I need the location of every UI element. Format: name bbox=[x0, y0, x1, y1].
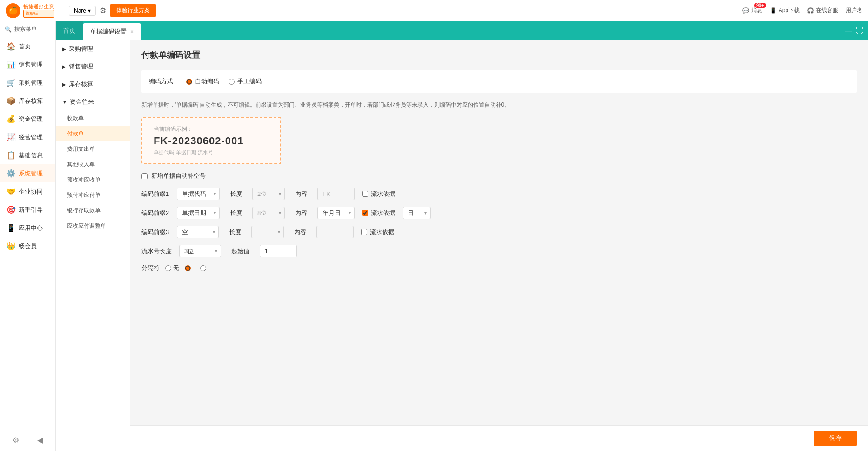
encoding-method-radio-group: 编码方式 自动编码 手工编码 bbox=[149, 77, 849, 86]
separator-dash-option[interactable]: - bbox=[185, 265, 195, 272]
online-service-button[interactable]: 🎧 在线客服 bbox=[807, 7, 838, 14]
sub-group-purchase-label: 采购管理 bbox=[69, 45, 93, 53]
separator-dash-radio[interactable] bbox=[185, 265, 191, 271]
auto-encode-option[interactable]: 自动编码 bbox=[186, 77, 219, 86]
prefix2-stream-label: 流水依据 bbox=[371, 209, 395, 217]
app-download-button[interactable]: 📱 App下载 bbox=[770, 7, 800, 14]
separator-dot-label: . bbox=[208, 265, 210, 272]
sidebar-item-member[interactable]: 👑 畅会员 bbox=[0, 237, 55, 255]
gear-button[interactable]: ⚙ bbox=[100, 6, 106, 15]
sidebar-item-enterprise[interactable]: 🤝 企业协同 bbox=[0, 182, 55, 201]
separator-dot-option[interactable]: . bbox=[200, 265, 210, 272]
purchase-icon: 🛒 bbox=[7, 78, 15, 87]
message-button[interactable]: 💬 消息 99+ bbox=[742, 7, 762, 14]
prefix3-length-label: 长度 bbox=[229, 228, 241, 236]
sidebar-item-operations[interactable]: 📈 经营管理 bbox=[0, 128, 55, 146]
prefix1-select[interactable]: 单据代码 bbox=[177, 188, 220, 200]
tab-home[interactable]: 首页 bbox=[56, 21, 83, 40]
auto-fill-checkbox[interactable] bbox=[141, 173, 148, 179]
sub-group-purchase-title[interactable]: ▶ 采购管理 bbox=[56, 40, 130, 58]
prefix3-stream-checkbox[interactable] bbox=[361, 229, 367, 235]
sub-sidebar: ▶ 采购管理 ▶ 销售管理 ▶ 库存核算 bbox=[56, 40, 130, 451]
collapse-icon[interactable]: ◀ bbox=[34, 433, 46, 447]
manual-encode-option[interactable]: 手工编码 bbox=[229, 77, 262, 86]
sub-sidebar-item-receipt[interactable]: 收款单 bbox=[56, 111, 130, 126]
operations-icon: 📈 bbox=[7, 133, 15, 141]
prefix1-length-select[interactable]: 2位 bbox=[252, 188, 285, 200]
search-menu[interactable]: 🔍 搜索菜单 bbox=[0, 21, 55, 37]
separator-none-option[interactable]: 无 bbox=[165, 264, 179, 272]
manual-encode-radio[interactable] bbox=[229, 79, 235, 85]
prefix2-stream-wrap: 流水依据 bbox=[362, 209, 395, 217]
separator-none-radio[interactable] bbox=[165, 265, 171, 271]
user-info[interactable]: 用户名 bbox=[846, 7, 862, 14]
online-service-label: 在线客服 bbox=[816, 7, 838, 14]
sub-group-funds-title[interactable]: ▼ 资金往来 bbox=[56, 93, 130, 111]
tab-close-icon[interactable]: × bbox=[130, 28, 134, 35]
sidebar-item-home[interactable]: 🏠 首页 bbox=[0, 37, 55, 55]
tab-minimize-button[interactable]: — bbox=[845, 27, 852, 35]
sidebar-item-system[interactable]: ⚙️ 系统管理 bbox=[0, 164, 55, 182]
sub-group-sales-title[interactable]: ▶ 销售管理 bbox=[56, 58, 130, 75]
sub-sidebar-item-income[interactable]: 其他收入单 bbox=[56, 157, 130, 172]
sidebar-item-finance[interactable]: 💰 资金管理 bbox=[0, 110, 55, 128]
sidebar-item-apps[interactable]: 📱 应用中心 bbox=[0, 219, 55, 237]
code-preview-sub: 单据代码-单据日期-流水号 bbox=[154, 149, 269, 156]
stream-length-label: 流水号长度 bbox=[141, 247, 172, 256]
message-badge: 99+ bbox=[754, 3, 766, 8]
tab-maximize-button[interactable]: ⛶ bbox=[856, 27, 863, 35]
sidebar-item-basics[interactable]: 📋 基础信息 bbox=[0, 146, 55, 164]
sub-sidebar-item-adjustadj[interactable]: 应收应付调整单 bbox=[56, 218, 130, 234]
chevron-right-icon: ▶ bbox=[62, 47, 66, 52]
sidebar-item-sales[interactable]: 📊 销售管理 bbox=[0, 55, 55, 74]
stream-length-row: 流水号长度 3位 ▾ 起始值 bbox=[141, 245, 857, 257]
prefix2-stream-checkbox[interactable] bbox=[362, 210, 368, 216]
save-button[interactable]: 保存 bbox=[814, 431, 857, 446]
sub-sidebar-item-expense[interactable]: 费用支出单 bbox=[56, 141, 130, 157]
prefix3-length-select[interactable] bbox=[251, 226, 284, 238]
prefix2-length-select[interactable]: 8位 bbox=[252, 207, 285, 219]
sidebar-item-purchase[interactable]: 🛒 采购管理 bbox=[0, 74, 55, 92]
sub-sidebar-item-bank[interactable]: 银行存取款单 bbox=[56, 203, 130, 218]
sidebar-item-label: 采购管理 bbox=[19, 79, 43, 87]
tab-active[interactable]: 单据编码设置 × bbox=[83, 23, 141, 40]
sub-group-inventory-title[interactable]: ▶ 库存核算 bbox=[56, 75, 130, 93]
app-icon: 📱 bbox=[770, 7, 777, 14]
prefix2-content-select[interactable]: 年月日 bbox=[317, 207, 355, 219]
prefix2-unit-wrap: 日 ▾ bbox=[403, 207, 431, 219]
prefix2-select-wrap: 单据日期 ▾ bbox=[177, 207, 220, 219]
dropdown-button[interactable]: Nare ▾ bbox=[69, 6, 96, 16]
separator-dot-radio[interactable] bbox=[200, 265, 206, 271]
auto-encode-radio[interactable] bbox=[186, 79, 192, 85]
top-bar-right: 💬 消息 99+ 📱 App下载 🎧 在线客服 用户名 bbox=[742, 7, 862, 14]
prefix1-content-input[interactable] bbox=[317, 188, 355, 200]
auto-fill-label: 新增单据自动补空号 bbox=[151, 172, 206, 180]
tab-bar: 首页 单据编码设置 × — ⛶ bbox=[56, 21, 868, 40]
prefix3-content-input[interactable] bbox=[316, 226, 354, 238]
settings-bottom-icon[interactable]: ⚙ bbox=[10, 433, 22, 447]
sub-sidebar-item-payment[interactable]: 付款单 bbox=[56, 126, 130, 141]
prefix2-select[interactable]: 单据日期 bbox=[177, 207, 220, 219]
prefix2-length-wrap: 8位 ▾ bbox=[252, 207, 285, 219]
stream-length-select[interactable]: 3位 bbox=[179, 245, 221, 257]
prefix3-select[interactable]: 空 bbox=[177, 226, 219, 238]
trial-button[interactable]: 体验行业方案 bbox=[110, 4, 156, 17]
code-preview-box: 当前编码示例： FK-20230602-001 单据代码-单据日期-流水号 bbox=[141, 117, 281, 164]
logo-area: 🍊 畅捷通好生意 旗舰版 bbox=[6, 3, 61, 18]
top-controls: Nare ▾ ⚙ 体验行业方案 bbox=[69, 4, 156, 17]
sub-sidebar-item-prepay[interactable]: 预付冲应付单 bbox=[56, 188, 130, 203]
sidebar-item-guide[interactable]: 🎯 新手引导 bbox=[0, 201, 55, 219]
logo-icon: 🍊 bbox=[6, 3, 20, 18]
sidebar-item-inventory[interactable]: 📦 库存核算 bbox=[0, 92, 55, 110]
system-icon: ⚙️ bbox=[7, 169, 15, 178]
user-label: 用户名 bbox=[846, 7, 862, 14]
tab-active-label: 单据编码设置 bbox=[90, 27, 127, 36]
sales-icon: 📊 bbox=[7, 60, 15, 69]
start-value-input[interactable] bbox=[260, 245, 297, 257]
prefix1-stream-checkbox[interactable] bbox=[362, 191, 368, 197]
prefix1-stream-label: 流水依据 bbox=[371, 190, 395, 198]
prefix2-unit-select[interactable]: 日 bbox=[403, 207, 431, 219]
sub-sidebar-item-prere[interactable]: 预收冲应收单 bbox=[56, 172, 130, 188]
main-form-container: 付款单编码设置 编码方式 自动编码 手工编码 bbox=[130, 40, 868, 451]
sub-group-inventory-label: 库存核算 bbox=[69, 80, 93, 88]
